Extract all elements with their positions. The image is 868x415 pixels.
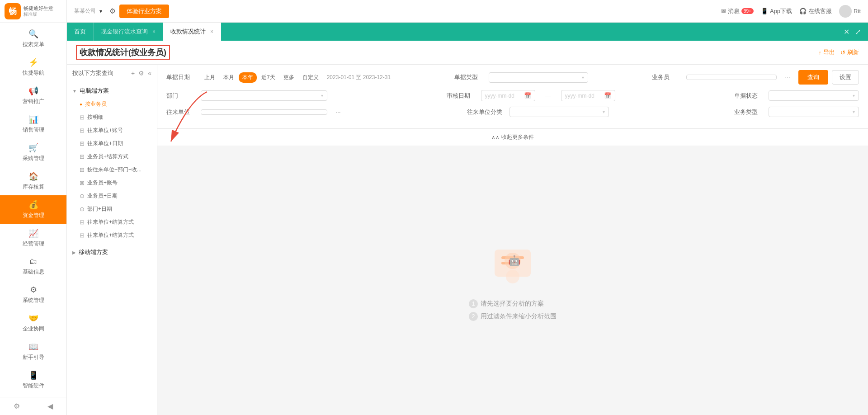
date-tab-7days[interactable]: 近7天: [258, 72, 279, 83]
sidebar-item-guide[interactable]: 📖 新手引导: [0, 337, 66, 366]
online-service-button[interactable]: 🎧 在线客服: [799, 7, 832, 15]
business-type-select[interactable]: ▾: [769, 107, 859, 117]
tab-cash-flow[interactable]: 现金银行流水查询 ×: [94, 23, 163, 41]
collapse-button[interactable]: ∧∧ 收起更多条件: [491, 133, 534, 141]
scheme-gear-icon[interactable]: ⚙: [138, 70, 144, 77]
sidebar-item-sales[interactable]: 📊 销售管理: [0, 110, 66, 138]
smart-hardware-icon: 📱: [28, 370, 38, 380]
scheme-panel: 按以下方案查询 + ⚙ « ▼ 电脑端方案 ●: [67, 65, 157, 415]
tab-expand-icon[interactable]: ⤢: [855, 28, 861, 36]
date-filter-label: 单据日期: [166, 73, 193, 81]
counterpart-more-icon[interactable]: ···: [335, 108, 341, 116]
scheme-item-dept-date[interactable]: ⊙ 部门+日期: [67, 203, 157, 216]
bt-caret: ▾: [853, 109, 855, 114]
mobile-group-header[interactable]: ▶ 移动端方案: [67, 245, 157, 259]
sidebar-nav: 🔍 搜索菜单 ⚡ 快捷导航 📢 营销推广 📊 销售管理 🛒 采购管理 🏠: [0, 23, 66, 397]
tab-home[interactable]: 首页: [67, 23, 94, 41]
scheme-item-staff-account[interactable]: ⊠ 业务员+账号: [67, 176, 157, 189]
purchase-icon: 🛒: [28, 143, 38, 153]
dept-select[interactable]: ▾: [201, 90, 327, 101]
scheme-item-active-icon: ●: [80, 102, 82, 107]
settings-button[interactable]: 设置: [832, 70, 859, 85]
sidebar-item-basic-info[interactable]: 🗂 基础信息: [0, 252, 66, 280]
date-tab-last-month[interactable]: 上月: [201, 72, 219, 83]
scheme-collapse-icon[interactable]: «: [148, 70, 151, 77]
review-date-from[interactable]: yyyy-mm-dd 📅: [481, 90, 535, 101]
scheme-item-staff-date[interactable]: ⊙ 业务员+日期: [67, 189, 157, 203]
desktop-group-header[interactable]: ▼ 电脑端方案: [67, 84, 157, 98]
category-caret: ▾: [582, 75, 584, 80]
scheme-item-pd-icon: ⊞: [80, 140, 85, 147]
doc-status-select[interactable]: ▾: [769, 90, 859, 101]
scheme-item-partner-account[interactable]: ⊞ 往来单位+账号: [67, 124, 157, 137]
date-range-display: 2023-01-01 至 2023-12-31: [327, 74, 391, 81]
sidebar-item-purchase[interactable]: 🛒 采购管理: [0, 138, 66, 167]
sidebar-item-enterprise[interactable]: 🤝 企业协同: [0, 309, 66, 337]
sidebar-item-quick-nav[interactable]: ⚡ 快捷导航: [0, 53, 66, 81]
scheme-item-by-staff[interactable]: ● 按业务员: [67, 98, 157, 111]
operations-icon: 📈: [28, 228, 38, 238]
logo-icon: 畅: [5, 3, 21, 19]
empty-result: 🤖 1 请先选择要分析的方案 2 用过滤条件来缩小分析范围: [157, 146, 868, 415]
export-icon: ↑: [819, 49, 822, 56]
counterpart-category-select[interactable]: ▾: [509, 107, 609, 117]
sidebar-item-smart-hardware[interactable]: 📱 智能硬件: [0, 366, 66, 394]
step1-num: 1: [469, 299, 478, 308]
settings-bottom-icon[interactable]: ⚙: [14, 402, 20, 410]
scheme-add-icon[interactable]: +: [131, 70, 135, 77]
enterprise-icon: 🤝: [28, 313, 38, 323]
tab-close-cash-flow[interactable]: ×: [152, 28, 156, 35]
collapse-sidebar-icon[interactable]: ◀: [47, 402, 53, 410]
sidebar-item-operations[interactable]: 📈 经营管理: [0, 224, 66, 252]
tab-bar-right: ✕ ⤢: [844, 28, 868, 36]
scheme-item-detail[interactable]: ⊞ 按明细: [67, 111, 157, 124]
svg-point-3: [506, 270, 519, 283]
staff-more-icon[interactable]: ···: [785, 74, 790, 81]
tab-close-collection-stats[interactable]: ×: [210, 28, 213, 35]
finance-icon: 💰: [28, 200, 38, 210]
staff-select[interactable]: [686, 75, 777, 80]
user-info[interactable]: Rit: [839, 5, 861, 18]
scheme-item-partner-date[interactable]: ⊞ 往来单位+日期: [67, 137, 157, 150]
review-date-to[interactable]: yyyy-mm-dd 📅: [561, 90, 615, 101]
trial-button[interactable]: 体验行业方案: [119, 5, 169, 18]
guide-icon: 📖: [28, 342, 38, 352]
sidebar-item-inventory[interactable]: 🏠 库存核算: [0, 167, 66, 195]
sidebar-item-marketing[interactable]: 📢 营销推广: [0, 81, 66, 110]
scheme-item-partner-dept[interactable]: ⊞ 按往来单位+部门+收...: [67, 163, 157, 176]
query-button[interactable]: 查询: [798, 70, 828, 85]
app-download-button[interactable]: 📱 App下载: [761, 7, 792, 15]
collapse-row: ∧∧ 收起更多条件: [157, 128, 868, 146]
counterpart-select[interactable]: [201, 109, 327, 115]
tab-collection-stats[interactable]: 收款情况统计 ×: [163, 23, 221, 41]
date-tab-more[interactable]: 更多: [280, 72, 298, 83]
sales-icon: 📊: [28, 114, 38, 124]
staff-filter-label: 业务员: [652, 73, 679, 81]
scheme-item-sdate-icon: ⊙: [80, 193, 85, 199]
date-tab-custom[interactable]: 自定义: [299, 72, 322, 83]
service-icon: 🎧: [799, 8, 807, 14]
empty-illustration: 🤖: [486, 236, 540, 290]
scheme-item-partner-settlement2[interactable]: ⊞ 往来单位+结算方式: [67, 229, 157, 242]
scheme-panel-icons: + ⚙ «: [131, 70, 151, 77]
message-button[interactable]: ✉ 消息 99+: [721, 7, 754, 15]
scheme-item-ss-icon: ⊞: [80, 153, 85, 160]
dropdown-arrow[interactable]: ▾: [99, 8, 102, 14]
collapse-arrow-icon: ∧∧: [491, 134, 500, 141]
result-panel: 单据日期 上月 本月 本年 近7天 更多 自定义 2023-01-01 至 20…: [157, 65, 868, 415]
refresh-button[interactable]: ↺ 刷新: [840, 48, 859, 57]
date-tab-this-year[interactable]: 本年: [239, 72, 257, 83]
date-tab-this-month[interactable]: 本月: [220, 72, 238, 83]
counterpart-filter-label: 往来单位: [166, 108, 193, 116]
empty-step-1: 1 请先选择要分析的方案: [469, 299, 557, 308]
sidebar-item-finance[interactable]: 💰 资金管理: [0, 195, 66, 224]
sidebar-item-system[interactable]: ⚙ 系统管理: [0, 280, 66, 309]
scheme-item-staff-settlement[interactable]: ⊞ 业务员+结算方式: [67, 150, 157, 163]
tab-close-all-icon[interactable]: ✕: [844, 28, 849, 36]
doc-status-label: 单据状态: [734, 92, 761, 100]
scheme-item-partner-settlement1[interactable]: ⊞ 往来单位+结算方式: [67, 216, 157, 229]
export-button[interactable]: ↑ 导出: [819, 48, 835, 57]
header-gear-icon[interactable]: ⚙: [109, 7, 116, 15]
category-select[interactable]: ▾: [489, 72, 588, 83]
sidebar-item-search[interactable]: 🔍 搜索菜单: [0, 24, 66, 53]
